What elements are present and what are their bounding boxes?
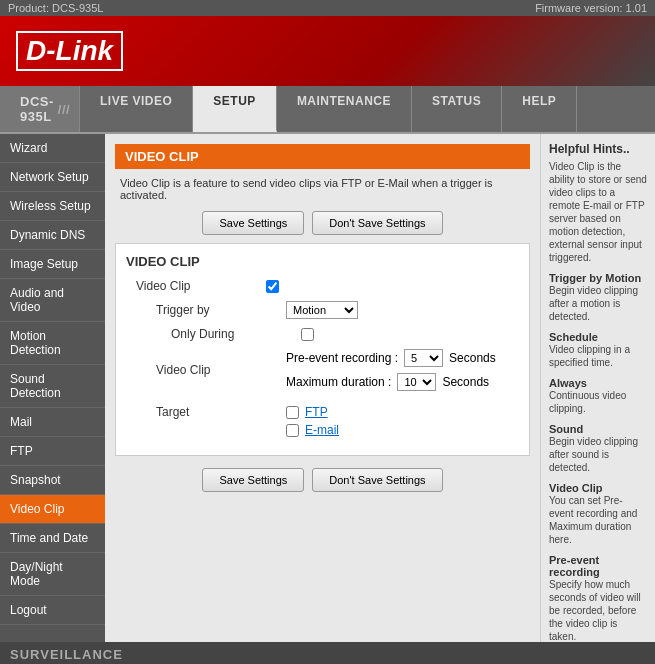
sidebar-item-mail[interactable]: Mail [0,408,105,437]
vc-label: Video Clip [156,363,286,377]
hint-video-clip-text: You can set Pre-event recording and Maxi… [549,494,647,546]
hint-title: Helpful Hints.. [549,142,647,156]
sidebar-item-dynamic-dns[interactable]: Dynamic DNS [0,221,105,250]
nav-help[interactable]: HELP [502,86,577,132]
hint-pre-event: Pre-event recording Specify how much sec… [549,554,647,642]
target-label: Target [156,405,286,419]
header: D-Link [0,16,655,86]
sidebar-item-snapshot[interactable]: Snapshot [0,466,105,495]
sidebar-item-audio-video[interactable]: Audio and Video [0,279,105,322]
max-duration-select[interactable]: 12351015203060 [397,373,436,391]
hint-trigger-motion: Trigger by Motion Begin video clipping a… [549,272,647,323]
panel-title: VIDEO CLIP [126,254,519,269]
nav-bar: DCS-935L /// LIVE VIDEO SETUP MAINTENANC… [0,86,655,134]
sidebar-item-logout[interactable]: Logout [0,596,105,625]
hint-schedule-title: Schedule [549,331,647,343]
hint-pre-event-text: Specify how much seconds of video will b… [549,578,647,642]
only-during-checkbox[interactable] [301,328,314,341]
hint-schedule: Schedule Video clipping in a specified t… [549,331,647,369]
email-link[interactable]: E-mail [305,423,339,437]
save-settings-button-top[interactable]: Save Settings [202,211,304,235]
pre-event-label: Pre-event recording : [286,351,398,365]
trigger-by-control: Motion Schedule Always Sound [286,301,358,319]
sidebar-item-day-night-mode[interactable]: Day/Night Mode [0,553,105,596]
hint-trigger-motion-text: Begin video clipping after a motion is d… [549,284,647,323]
ftp-checkbox[interactable] [286,406,299,419]
nav-setup[interactable]: SETUP [193,86,277,132]
logo: D-Link [16,31,123,71]
nav-maintenance[interactable]: MAINTENANCE [277,86,412,132]
main-layout: Wizard Network Setup Wireless Setup Dyna… [0,134,655,642]
dont-save-settings-button-top[interactable]: Don't Save Settings [312,211,442,235]
hint-schedule-text: Video clipping in a specified time. [549,343,647,369]
only-during-row: Only During [126,327,519,341]
ftp-target-item: FTP [286,405,339,419]
trigger-by-row: Trigger by Motion Schedule Always Sound [126,301,519,319]
sidebar-item-ftp[interactable]: FTP [0,437,105,466]
sidebar-item-sound-detection[interactable]: Sound Detection [0,365,105,408]
firmware-label: Firmware version: 1.01 [535,2,647,14]
sidebar-item-wizard[interactable]: Wizard [0,134,105,163]
nav-status[interactable]: STATUS [412,86,502,132]
max-duration-seconds: Seconds [442,375,489,389]
target-row: Target FTP E-mail [126,405,519,437]
only-during-control [301,328,314,341]
hint-sound-title: Sound [549,423,647,435]
pre-event-select[interactable]: 12345678910 [404,349,443,367]
hint-always: Always Continuous video clipping. [549,377,647,415]
video-clip-checkbox[interactable] [266,280,279,293]
only-during-label: Only During [171,327,301,341]
hint-sound: Sound Begin video clipping after sound i… [549,423,647,474]
pre-event-row: Video Clip Pre-event recording : 1234567… [126,349,519,397]
pre-event-seconds: Seconds [449,351,496,365]
video-clip-row: Video Clip [126,279,519,293]
save-settings-button-bottom[interactable]: Save Settings [202,468,304,492]
video-clip-panel: VIDEO CLIP Video Clip Trigger by Motion … [115,243,530,456]
sidebar-item-time-date[interactable]: Time and Date [0,524,105,553]
nav-live-video[interactable]: LIVE VIDEO [80,86,193,132]
sidebar-item-wireless-setup[interactable]: Wireless Setup [0,192,105,221]
surveillance-bar: SURVEILLANCE [0,642,655,664]
hint-video-clip-title: Video Clip [549,482,647,494]
hint-sound-text: Begin video clipping after sound is dete… [549,435,647,474]
top-bar: Product: DCS-935L Firmware version: 1.01 [0,0,655,16]
hint-always-text: Continuous video clipping. [549,389,647,415]
email-checkbox[interactable] [286,424,299,437]
hint-intro-text: Video Clip is the ability to store or se… [549,160,647,264]
product-label: Product: DCS-935L [8,2,103,14]
target-control: FTP E-mail [286,405,339,437]
sidebar-item-image-setup[interactable]: Image Setup [0,250,105,279]
dont-save-settings-button-bottom[interactable]: Don't Save Settings [312,468,442,492]
sidebar-item-network-setup[interactable]: Network Setup [0,163,105,192]
video-clip-field-label: Video Clip [136,279,266,293]
top-btn-row: Save Settings Don't Save Settings [115,211,530,235]
hint-pre-event-title: Pre-event recording [549,554,647,578]
hint-intro: Video Clip is the ability to store or se… [549,160,647,264]
hint-always-title: Always [549,377,647,389]
sidebar-item-motion-detection[interactable]: Motion Detection [0,322,105,365]
ftp-link[interactable]: FTP [305,405,328,419]
sidebar-item-video-clip[interactable]: Video Clip [0,495,105,524]
email-target-item: E-mail [286,423,339,437]
trigger-by-select[interactable]: Motion Schedule Always Sound [286,301,358,319]
section-desc: Video Clip is a feature to send video cl… [115,177,530,201]
content-inner: VIDEO CLIP Video Clip is a feature to se… [105,134,540,642]
bottom-btn-row: Save Settings Don't Save Settings [115,468,530,492]
section-title: VIDEO CLIP [115,144,530,169]
trigger-by-label: Trigger by [156,303,286,317]
content-area: VIDEO CLIP Video Clip is a feature to se… [105,134,540,642]
hint-video-clip: Video Clip You can set Pre-event recordi… [549,482,647,546]
right-panel: Helpful Hints.. Video Clip is the abilit… [540,134,655,642]
sidebar: Wizard Network Setup Wireless Setup Dyna… [0,134,105,642]
max-duration-label: Maximum duration : [286,375,391,389]
video-clip-control [266,280,279,293]
hint-trigger-motion-title: Trigger by Motion [549,272,647,284]
nav-device: DCS-935L /// [0,86,80,132]
